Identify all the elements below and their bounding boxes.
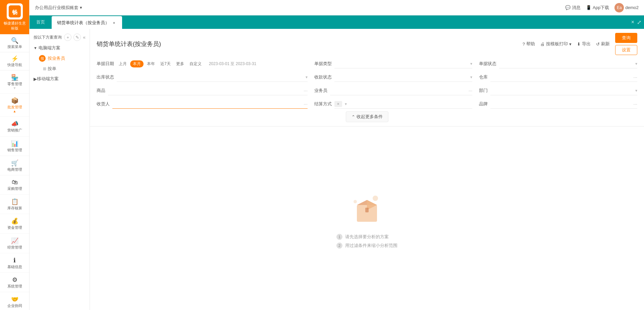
tab-close-icon[interactable]: × <box>111 20 117 25</box>
date-tab-this-month[interactable]: 本月 <box>130 60 144 67</box>
sidebar-item-ecommerce[interactable]: 🛒 电商管理 <box>0 156 29 175</box>
topbar-left: 办公用品行业模拟账套 ▾ <box>35 5 82 11</box>
wholesale-icon: 📦 <box>11 97 18 104</box>
filter-out-status: 出库状态 ▾ <box>97 72 308 82</box>
search-label: 搜索菜单 <box>0 44 29 49</box>
settle-select[interactable]: × ▾ <box>334 99 473 109</box>
salesman-icon: 按 <box>39 55 46 62</box>
sidebar-item-label: 销售管理 <box>7 148 22 152</box>
system-icon: ⚙ <box>12 276 17 283</box>
tree-child-by-salesman[interactable]: 按 按业务员 <box>30 53 90 64</box>
export-icon: ⬇ <box>577 42 581 47</box>
nav-label: 快捷导航 <box>0 62 29 67</box>
recv-dropdown-icon: ▾ <box>470 75 472 80</box>
receiver-dots-icon[interactable]: ··· <box>304 101 308 107</box>
recv-status-select[interactable]: ▾ <box>334 72 473 82</box>
maximize-btn[interactable]: ⤢ <box>637 19 641 25</box>
sidebar-item-operations[interactable]: 📈 经营管理 <box>0 234 29 253</box>
date-tab-custom[interactable]: 自定义 <box>187 60 204 67</box>
tree-mobile-group[interactable]: ▶ 移动端方案 <box>30 74 90 84</box>
basic-icon: ℹ <box>13 257 16 264</box>
account-name: 办公用品行业模拟账套 <box>35 5 78 11</box>
collapse-label: 收起更多条件 <box>357 114 383 120</box>
print-btn[interactable]: 🖨 按模板打印 ▾ <box>540 41 572 47</box>
help-btn[interactable]: ? 帮助 <box>523 41 535 47</box>
refresh-label: 刷新 <box>601 41 610 47</box>
tip-num-1: 1 <box>336 234 342 240</box>
salesman-label: 业务员 <box>314 88 327 94</box>
date-tab-this-year[interactable]: 本年 <box>145 60 157 67</box>
close-window-btn[interactable]: × <box>631 19 634 25</box>
sidebar-item-finance[interactable]: 💰 资金管理 <box>0 214 29 234</box>
sidebar-item-wholesale[interactable]: 📦 批发管理 ▲ <box>0 94 29 117</box>
sidebar-item-system[interactable]: ⚙ 系统管理 <box>0 273 29 292</box>
sidebar-item-inventory[interactable]: 📋 库存核算 <box>0 195 29 214</box>
chevron-icon: ▼ <box>13 86 16 90</box>
sidebar-item-purchase[interactable]: 🛍 采购管理 <box>0 175 29 195</box>
date-tab-7days[interactable]: 近7天 <box>158 60 173 67</box>
warehouse-select[interactable]: ··· <box>490 72 637 82</box>
svg-point-6 <box>354 200 357 203</box>
salesman-select[interactable]: ··· <box>330 86 473 95</box>
filter-row-4: 收货人 ··· 结算方式 × <box>97 99 637 109</box>
status-dropdown-icon: ▾ <box>635 61 637 66</box>
type-select[interactable]: ▾ <box>334 59 473 68</box>
tab-home[interactable]: 首页 <box>30 15 52 29</box>
order-icon: ⊞ <box>43 66 46 71</box>
out-status-dropdown-icon: ▾ <box>306 75 308 80</box>
warehouse-label: 仓库 <box>479 74 488 80</box>
warehouse-dots-icon[interactable]: ··· <box>633 74 637 80</box>
dept-select[interactable]: ▾ <box>490 86 637 95</box>
sidebar-item-basic[interactable]: ℹ 基础信息 <box>0 253 29 273</box>
out-status-select[interactable]: ▾ <box>117 72 308 82</box>
brand-dots-icon[interactable]: ··· <box>633 101 637 107</box>
receiver-input[interactable]: ··· <box>112 99 308 109</box>
collapse-filter-btn[interactable]: ⌃ 收起更多条件 <box>346 111 388 122</box>
settle-label: 结算方式 <box>314 101 332 107</box>
refresh-btn[interactable]: ↺ 刷新 <box>596 41 610 47</box>
logo-text: 畅捷通好生意 标版 <box>3 21 26 31</box>
add-scheme-btn[interactable]: + <box>64 34 71 41</box>
sidebar-item-sales[interactable]: 📊 销售管理 <box>0 137 29 156</box>
user-action[interactable]: Ea demo2 <box>614 3 639 12</box>
sidebar-item-marketing[interactable]: 📣 营销推广 <box>0 117 29 136</box>
collapse-panel-btn[interactable]: « <box>83 35 86 40</box>
sidebar-nav-item[interactable]: ⚡ 快捷导航 <box>0 52 29 70</box>
sidebar-item-label: 资金管理 <box>7 225 22 230</box>
export-btn[interactable]: ⬇ 导出 <box>577 41 591 47</box>
account-dropdown[interactable]: 办公用品行业模拟账套 ▾ <box>35 5 82 11</box>
sidebar-item-label: 基础信息 <box>7 265 22 269</box>
message-action[interactable]: 💬 消息 <box>565 5 581 11</box>
status-select[interactable]: ▾ <box>499 59 637 68</box>
settle-tag-close-btn[interactable]: × <box>337 102 339 106</box>
app-download-action[interactable]: 📱 App下载 <box>586 5 609 11</box>
goods-select[interactable]: ··· <box>108 86 308 95</box>
sidebar-search-item[interactable]: 🔍 搜索菜单 <box>0 34 29 52</box>
date-tab-more[interactable]: 更多 <box>174 60 186 67</box>
message-icon: 💬 <box>565 5 571 10</box>
edit-scheme-btn[interactable]: ✎ <box>73 34 81 41</box>
tree-child-by-order[interactable]: ⊞ 按单 <box>30 64 90 74</box>
filter-date: 单据日期 上月 本月 本年 近7天 更多 自定义 20 <box>97 60 308 67</box>
export-label: 导出 <box>582 41 591 47</box>
purchase-icon: 🛍 <box>12 179 18 186</box>
sub-tree-pc: 按 按业务员 ⊞ 按单 <box>30 53 90 74</box>
tab-sales-stat[interactable]: 销货单统计表（按业务员） × <box>52 16 122 30</box>
filter-row-2: 出库状态 ▾ 收款状态 ▾ <box>97 72 637 82</box>
dept-label: 部门 <box>479 88 488 94</box>
filter-row-3: 商品 ··· 业务员 ··· <box>97 86 637 95</box>
query-button[interactable]: 查询 <box>615 33 637 43</box>
brand-select[interactable]: ··· <box>490 99 637 109</box>
panel-title: 按以下方案查询 <box>34 35 62 40</box>
salesman-dots-icon[interactable]: ··· <box>469 88 473 93</box>
sidebar-item-corp[interactable]: 🤝 企业协同 <box>0 292 29 310</box>
by-order-label: 按单 <box>48 66 56 72</box>
sidebar-item-retail[interactable]: 🏪 零售管理 ▼ <box>0 70 29 94</box>
mobile-group-label: 移动端方案 <box>37 76 59 82</box>
empty-tips: 1 请先选择要分析的方案 2 用过滤条件来缩小分析范围 <box>336 234 397 249</box>
setting-button[interactable]: 设置 <box>615 45 637 55</box>
tree-pc-group[interactable]: ▼ 电脑端方案 <box>30 43 90 53</box>
goods-dots-icon[interactable]: ··· <box>304 88 308 93</box>
topbar: 办公用品行业模拟账套 ▾ 💬 消息 📱 App下载 Ea demo2 <box>30 0 644 15</box>
date-tab-last-month[interactable]: 上月 <box>117 60 129 67</box>
